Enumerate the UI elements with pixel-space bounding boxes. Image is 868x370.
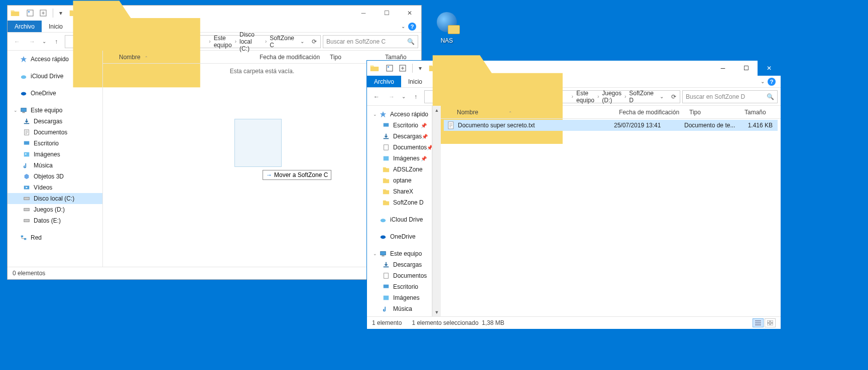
- nav-icloud-drive[interactable]: iCloud Drive: [8, 71, 102, 82]
- col-size[interactable]: Tamaño: [740, 109, 781, 116]
- navigation-pane[interactable]: ⌄Acceso rápido Escritorio📌 Descargas📌 Do…: [367, 106, 432, 316]
- col-date[interactable]: Fecha de modificación: [256, 54, 326, 61]
- view-icons-button[interactable]: [765, 318, 776, 327]
- nav-documents[interactable]: Documentos📌: [367, 142, 432, 153]
- svg-rect-34: [384, 273, 389, 279]
- minimize-button[interactable]: ─: [352, 6, 375, 21]
- search-box[interactable]: 🔍: [323, 35, 418, 48]
- scroll-track[interactable]: [433, 114, 441, 308]
- nav-onedrive[interactable]: OneDrive: [367, 231, 432, 242]
- recent-dropdown-button[interactable]: ⌄: [41, 35, 48, 48]
- crumb-thispc[interactable]: Este equipo: [212, 36, 234, 48]
- refresh-button[interactable]: ⟳: [308, 36, 320, 48]
- svg-rect-15: [24, 219, 30, 222]
- close-button[interactable]: ✕: [398, 6, 421, 21]
- up-button[interactable]: ↑: [409, 90, 422, 103]
- refresh-button[interactable]: ⟳: [668, 91, 680, 103]
- nav-this-pc[interactable]: ⌄Este equipo: [8, 105, 102, 116]
- file-row-selected[interactable]: Documento super secreto.txt 25/07/2019 1…: [444, 120, 778, 131]
- navbar: ← → ⌄ ↑ › Este equipo › Juegos (D:) › So…: [367, 88, 781, 106]
- up-button[interactable]: ↑: [50, 35, 63, 48]
- recent-dropdown-button[interactable]: ⌄: [400, 90, 407, 103]
- nav-sharex[interactable]: ShareX: [367, 186, 432, 197]
- nav-adslzone[interactable]: ADSLZone: [367, 164, 432, 175]
- address-dropdown-button[interactable]: ⌄: [296, 36, 308, 48]
- nav-images-2[interactable]: Imágenes: [367, 292, 432, 303]
- col-name[interactable]: Nombre⌃: [441, 109, 615, 116]
- tab-home[interactable]: Inicio: [401, 76, 429, 87]
- search-box[interactable]: 🔍: [682, 90, 778, 103]
- qat-new-folder-button[interactable]: [397, 63, 408, 74]
- back-button[interactable]: ←: [370, 90, 383, 103]
- minimize-button[interactable]: ─: [711, 61, 734, 76]
- crumb-softzoned[interactable]: SoftZone D: [627, 91, 656, 103]
- tab-file[interactable]: Archivo: [367, 76, 401, 87]
- crumb-gamesd[interactable]: Juegos (D:): [600, 91, 624, 103]
- maximize-button[interactable]: ☐: [734, 61, 758, 76]
- qat-dropdown-button[interactable]: ▾: [55, 8, 66, 19]
- tab-home[interactable]: Inicio: [42, 21, 70, 32]
- scroll-up-button[interactable]: ▲: [433, 106, 441, 114]
- search-input[interactable]: [686, 93, 767, 100]
- help-icon[interactable]: ?: [408, 23, 416, 31]
- view-details-button[interactable]: [753, 318, 764, 327]
- col-date[interactable]: Fecha de modificación: [615, 109, 685, 116]
- navpane-scrollbar[interactable]: ▲ ▼: [432, 106, 441, 316]
- col-type[interactable]: Tipo: [326, 54, 381, 61]
- maximize-button[interactable]: ☐: [375, 6, 398, 21]
- svg-rect-9: [24, 141, 30, 145]
- help-icon[interactable]: ?: [768, 78, 776, 86]
- nav-this-pc[interactable]: ⌄Este equipo: [367, 248, 432, 259]
- nav-downloads-2[interactable]: Descargas: [367, 259, 432, 270]
- nav-documents[interactable]: Documentos: [8, 127, 102, 138]
- forward-button[interactable]: →: [385, 90, 398, 103]
- nav-documents-2[interactable]: Documentos: [367, 270, 432, 281]
- search-input[interactable]: [326, 38, 407, 45]
- back-button[interactable]: ←: [11, 35, 24, 48]
- ribbon-expand-button[interactable]: ⌄: [761, 79, 765, 84]
- nav-icloud-drive[interactable]: iCloud Drive: [367, 214, 432, 225]
- nav-desktop[interactable]: Escritorio📌: [367, 120, 432, 131]
- col-name[interactable]: Nombre⌃: [103, 54, 256, 61]
- qat-properties-button[interactable]: [384, 63, 395, 74]
- nav-onedrive[interactable]: OneDrive: [8, 88, 102, 99]
- qat-dropdown-button[interactable]: ▾: [415, 63, 426, 74]
- address-bar[interactable]: › Este equipo › Disco local (C:) › SoftZ…: [65, 35, 321, 48]
- nav-images[interactable]: Imágenes📌: [367, 153, 432, 164]
- col-type[interactable]: Tipo: [685, 109, 740, 116]
- svg-rect-38: [767, 320, 770, 322]
- nav-videos[interactable]: Vídeos: [8, 182, 102, 193]
- content-pane[interactable]: Nombre⌃ Fecha de modificación Tipo Tamañ…: [441, 106, 781, 316]
- ribbon-expand-button[interactable]: ⌄: [401, 24, 405, 29]
- address-bar[interactable]: › Este equipo › Juegos (D:) › SoftZone D…: [424, 90, 680, 103]
- nav-quick-access[interactable]: ⌄Acceso rápido: [367, 109, 432, 120]
- col-size[interactable]: Tamaño: [381, 54, 421, 61]
- nav-3d-objects[interactable]: Objetos 3D: [8, 171, 102, 182]
- nav-music[interactable]: Música: [367, 303, 432, 314]
- nav-downloads[interactable]: Descargas📌: [367, 131, 432, 142]
- nav-desktop[interactable]: Escritorio: [8, 138, 102, 149]
- nav-music[interactable]: Música: [8, 160, 102, 171]
- crumb-thispc[interactable]: Este equipo: [574, 91, 596, 103]
- nav-data-e[interactable]: Datos (E:): [8, 215, 102, 226]
- nav-softzone-d[interactable]: SoftZone D: [367, 197, 432, 208]
- address-dropdown-button[interactable]: ⌄: [656, 91, 668, 103]
- tab-file[interactable]: Archivo: [8, 21, 42, 32]
- forward-button[interactable]: →: [26, 35, 39, 48]
- nav-desktop-2[interactable]: Escritorio: [367, 281, 432, 292]
- nav-3d-objects[interactable]: Objetos 3D: [367, 314, 432, 316]
- nav-network[interactable]: Red: [8, 232, 102, 243]
- nav-games-d[interactable]: Juegos (D:): [8, 204, 102, 215]
- nav-optane[interactable]: optane: [367, 175, 432, 186]
- nav-downloads[interactable]: Descargas: [8, 116, 102, 127]
- close-button[interactable]: ✕: [758, 61, 781, 76]
- nav-quick-access[interactable]: Acceso rápido: [8, 54, 102, 65]
- nav-disk-c[interactable]: Disco local (C:): [8, 193, 102, 204]
- navigation-pane[interactable]: Acceso rápido iCloud Drive OneDrive ⌄Est…: [8, 51, 103, 267]
- crumb-softzonec[interactable]: SoftZone C: [268, 36, 296, 48]
- qat-new-folder-button[interactable]: [38, 8, 49, 19]
- nav-images[interactable]: Imágenes: [8, 149, 102, 160]
- crumb-diskc[interactable]: Disco local (C:): [237, 36, 264, 48]
- scroll-down-button[interactable]: ▼: [433, 308, 441, 316]
- qat-properties-button[interactable]: [25, 8, 36, 19]
